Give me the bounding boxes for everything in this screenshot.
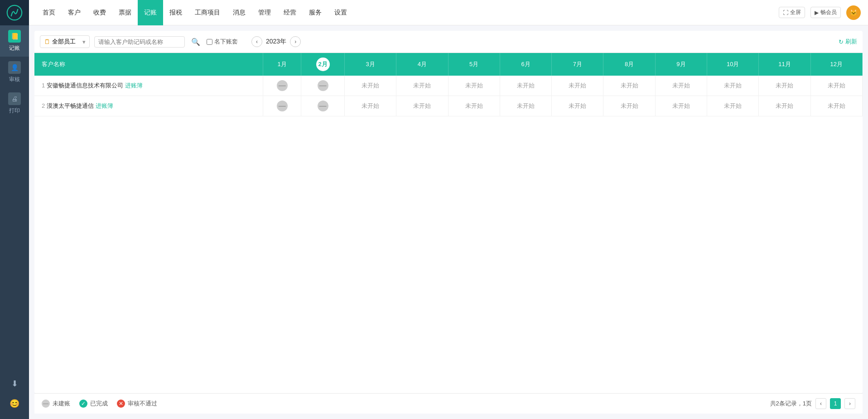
status-not-built: — <box>277 80 288 91</box>
refresh-label: 刷新 <box>845 38 857 46</box>
col-m12: 12月 <box>810 53 862 76</box>
sidebar: 📒 记账 👤 审核 🖨 打印 ⬇ 😊 <box>0 0 29 419</box>
legend-rejected: ✕ 审核不通过 <box>117 400 157 408</box>
cell-m6: 未开始 <box>500 96 551 116</box>
cell-m10: 未开始 <box>707 96 759 116</box>
nav-service[interactable]: 服务 <box>303 0 328 25</box>
next-page-button[interactable]: › <box>844 398 855 409</box>
employee-select[interactable]: 🗒 全部员工 ▾ <box>40 35 90 48</box>
status-not-started: 未开始 <box>621 82 638 89</box>
status-not-started: 未开始 <box>776 82 793 89</box>
status-not-started: 未开始 <box>517 102 535 109</box>
cell-m1: — <box>263 76 301 96</box>
enter-account-link[interactable]: 进账簿 <box>96 102 113 109</box>
nav-fees[interactable]: 收费 <box>87 0 112 25</box>
col-m6: 6月 <box>500 53 551 76</box>
prev-page-button[interactable]: ‹ <box>815 398 826 409</box>
status-not-started: 未开始 <box>413 82 431 89</box>
sidebar-item-bookkeeping[interactable]: 📒 记账 <box>0 25 29 57</box>
next-year-button[interactable]: › <box>290 36 301 47</box>
cell-m12: 未开始 <box>810 96 862 116</box>
not-built-label: 未建账 <box>53 400 70 408</box>
nav-settings[interactable]: 设置 <box>328 0 353 25</box>
cell-m12: 未开始 <box>810 76 862 96</box>
col-m1: 1月 <box>263 53 301 76</box>
checkbox-label[interactable]: 名下账套 <box>207 38 238 46</box>
vip-label: 畅会员 <box>820 9 837 16</box>
chevron-down-icon: ▾ <box>82 39 86 45</box>
fullscreen-icon: ⛶ <box>783 10 788 16</box>
col-m2: 2月 <box>301 53 345 76</box>
cell-m7: 未开始 <box>552 96 603 116</box>
main-area: 首页 客户 收费 票据 记账 报税 工商项目 消息 管理 经营 服务 设置 ⛶ … <box>29 0 868 419</box>
sidebar-item-bookkeeping-label: 记账 <box>9 44 20 52</box>
vip-button[interactable]: ▶ 畅会员 <box>810 7 841 18</box>
cell-m8: 未开始 <box>603 96 655 116</box>
topnav-right: ⛶ 全屏 ▶ 畅会员 🐱 <box>779 5 861 20</box>
table-header: 客户名称 1月 2月 3月 4月 5月 6月 7月 8月 9月 10月 11月 <box>34 53 863 76</box>
cell-m7: 未开始 <box>552 76 603 96</box>
status-not-built: — <box>318 101 328 111</box>
cell-m5: 未开始 <box>448 76 500 96</box>
status-not-started: 未开始 <box>465 102 483 109</box>
enter-account-link[interactable]: 进账簿 <box>125 82 143 89</box>
cell-m10: 未开始 <box>707 76 759 96</box>
mine-accounts-checkbox[interactable] <box>207 39 212 45</box>
nav-operation[interactable]: 经营 <box>277 0 303 25</box>
nav-bookkeeping[interactable]: 记账 <box>138 0 163 25</box>
nav-message[interactable]: 消息 <box>227 0 252 25</box>
sidebar-item-audit[interactable]: 👤 审核 <box>0 57 29 88</box>
status-not-started: 未开始 <box>724 82 742 89</box>
download-icon[interactable]: ⬇ <box>6 376 23 392</box>
prev-year-button[interactable]: ‹ <box>251 36 262 47</box>
rejected-label: 审核不通过 <box>128 400 157 408</box>
rejected-icon: ✕ <box>117 400 125 408</box>
help-icon[interactable]: 😊 <box>6 395 23 412</box>
status-not-started: 未开始 <box>362 82 379 89</box>
search-input[interactable] <box>94 36 185 48</box>
completed-icon: ✓ <box>79 400 87 408</box>
nav-customer[interactable]: 客户 <box>62 0 87 25</box>
employee-icon: 🗒 <box>44 38 50 45</box>
fullscreen-button[interactable]: ⛶ 全屏 <box>779 7 805 18</box>
status-not-started: 未开始 <box>569 82 586 89</box>
status-not-started: 未开始 <box>828 102 845 109</box>
status-not-started: 未开始 <box>724 102 742 109</box>
search-button[interactable]: 🔍 <box>189 38 202 46</box>
col-m11: 11月 <box>759 53 810 76</box>
status-not-started: 未开始 <box>413 102 431 109</box>
cell-m2: — <box>301 76 345 96</box>
cell-m5: 未开始 <box>448 96 500 116</box>
year-display: 2023年 <box>266 38 286 46</box>
status-not-started: 未开始 <box>672 102 690 109</box>
status-not-started: 未开始 <box>672 82 690 89</box>
status-not-built: — <box>277 101 288 111</box>
cell-m2: — <box>301 96 345 116</box>
col-m8: 8月 <box>603 53 655 76</box>
vip-icon: ▶ <box>815 10 819 16</box>
status-not-started: 未开始 <box>569 102 586 109</box>
status-not-started: 未开始 <box>621 102 638 109</box>
cell-m6: 未开始 <box>500 76 551 96</box>
nav-manage[interactable]: 管理 <box>252 0 277 25</box>
cell-m1: — <box>263 96 301 116</box>
cell-m3: 未开始 <box>344 96 396 116</box>
sidebar-item-audit-label: 审核 <box>9 76 20 83</box>
toolbar: 🗒 全部员工 ▾ 🔍 名下账套 ‹ 2023年 › ↻ 刷新 <box>34 31 863 53</box>
total-text: 共2条记录，1页 <box>770 400 812 408</box>
content: 🗒 全部员工 ▾ 🔍 名下账套 ‹ 2023年 › ↻ 刷新 <box>29 25 868 419</box>
row-number: 1 <box>42 82 45 89</box>
sidebar-item-print[interactable]: 🖨 打印 <box>0 88 29 119</box>
checkbox-text: 名下账套 <box>214 38 238 46</box>
active-month-circle: 2月 <box>316 58 330 71</box>
status-not-built: — <box>318 80 328 91</box>
cell-name: 1安徽畅捷通信息技术有限公司 进账簿 <box>34 76 263 96</box>
audit-icon: 👤 <box>8 61 21 74</box>
footer-right: 共2条记录，1页 ‹ 1 › <box>770 398 855 409</box>
nav-home[interactable]: 首页 <box>36 0 62 25</box>
nav-business[interactable]: 工商项目 <box>188 0 227 25</box>
nav-tax[interactable]: 报税 <box>163 0 188 25</box>
avatar[interactable]: 🐱 <box>846 5 861 20</box>
nav-invoice[interactable]: 票据 <box>112 0 138 25</box>
refresh-button[interactable]: ↻ 刷新 <box>839 38 857 46</box>
